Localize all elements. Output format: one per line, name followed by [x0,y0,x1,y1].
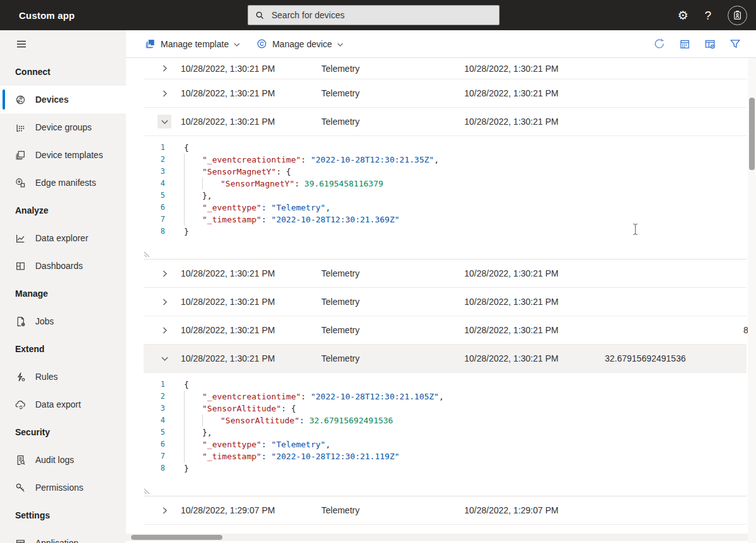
chevron-right-icon[interactable] [158,503,171,517]
line-number: 7 [144,214,165,226]
sidebar-item-permissions[interactable]: Permissions [0,474,126,501]
topbar-actions: ⚙ ? [677,0,747,30]
sidebar-item-label: Dashboards [35,261,83,271]
line-number: 2 [144,154,165,166]
telemetry-row[interactable]: 10/28/2022, 1:30:21 PMTelemetry10/28/202… [144,288,747,316]
sidebar-item-rules[interactable]: Rules [0,363,126,391]
telemetry-row[interactable]: 10/28/2022, 1:30:21 PMTelemetry10/28/202… [144,345,747,373]
column-options-icon[interactable] [704,38,716,50]
timestamp-cell: 10/28/2022, 1:30:21 PM [181,325,275,335]
filter-icon[interactable] [730,38,741,50]
calendar-icon[interactable] [679,38,690,50]
sidebar-item-edge-manifests[interactable]: Edge manifests [0,169,126,197]
vertical-scrollbar[interactable] [748,58,756,543]
sidebar-item-label: Data export [35,399,81,409]
event-type-cell: Telemetry [321,505,360,515]
code-text: "_eventcreationtime": "2022-10-28T12:30:… [184,154,439,166]
sidebar-item-label: Application [35,538,79,543]
chevron-right-icon[interactable] [158,86,171,100]
nav-section-header-connect: Connect [0,58,126,86]
timestamp-cell: 10/28/2022, 1:30:21 PM [181,353,275,363]
line-number: 7 [144,450,165,462]
resize-grip-icon[interactable] [144,251,150,258]
toolbar-left: Manage template Manage device [145,38,343,49]
chevron-right-icon[interactable] [158,266,171,280]
event-type-cell: Telemetry [321,64,360,74]
telemetry-row[interactable]: 10/28/2022, 1:30:21 PMTelemetry10/28/202… [144,79,747,108]
chevron-right-icon[interactable] [158,295,171,309]
telemetry-row[interactable]: 10/28/2022, 1:29:07 PMTelemetry10/28/202… [144,496,747,525]
vertical-scrollbar-thumb[interactable] [749,98,755,170]
sidebar-item-label: Edge manifests [35,178,96,188]
event-type-cell: Telemetry [321,325,360,335]
chevron-right-icon[interactable] [158,62,171,76]
grid-rows: 10/28/2022, 1:30:21 PMTelemetry10/28/202… [144,58,747,525]
device-groups-icon [15,122,26,133]
json-code-block[interactable]: 1{2"_eventcreationtime": "2022-10-28T12:… [144,373,747,496]
manage-template-button[interactable]: Manage template [145,38,240,49]
sidebar-item-label: Audit logs [35,455,74,465]
nav-section-header-security: Security [0,418,126,446]
manage-template-label: Manage template [161,39,229,49]
chevron-down-icon[interactable] [158,115,171,129]
code-line: 6"_eventtype": "Telemetry", [144,202,747,214]
search-box[interactable] [248,5,500,25]
code-text: "SensorAltitude": 32.67915692491536 [184,414,393,426]
code-line: 3"SensorMagnetY": { [144,166,747,178]
sidebar-item-application[interactable]: Application [0,529,126,543]
hamburger-menu-icon[interactable] [0,30,126,58]
jobs-icon [15,316,26,327]
timestamp2-cell: 10/28/2022, 1:30:21 PM [464,353,558,363]
devices-icon [15,94,26,105]
chevron-down-icon[interactable] [158,352,171,365]
rules-icon [15,372,26,382]
horizontal-scrollbar-thumb[interactable] [131,535,222,540]
manage-device-button[interactable]: Manage device [256,38,343,49]
sidebar-item-data-explorer[interactable]: Data explorer [0,224,126,252]
id-badge-icon [732,10,743,21]
code-text: "_eventcreationtime": "2022-10-28T12:30:… [184,391,444,403]
timestamp2-cell: 10/28/2022, 1:30:21 PM [464,268,558,278]
code-text: "_eventtype": "Telemetry", [184,438,331,450]
sidebar-item-dashboards[interactable]: Dashboards [0,252,126,280]
help-icon[interactable]: ? [704,9,711,21]
refresh-icon[interactable] [653,38,665,50]
avatar[interactable] [728,6,747,25]
event-type-cell: Telemetry [321,117,360,127]
code-line: 1{ [144,142,747,154]
gear-icon[interactable]: ⚙ [677,9,688,21]
timestamp-cell: 10/28/2022, 1:30:21 PM [181,64,275,74]
timestamp2-cell: 10/28/2022, 1:30:21 PM [464,64,558,74]
code-line: 7"_timestamp": "2022-10-28T12:30:21.369Z… [144,214,747,226]
event-type-cell: Telemetry [321,353,360,363]
line-number: 6 [144,438,165,450]
telemetry-row[interactable]: 10/28/2022, 1:30:21 PMTelemetry10/28/202… [144,260,747,288]
sidebar-item-devices[interactable]: Devices [0,86,126,113]
telemetry-row[interactable]: 10/28/2022, 1:30:21 PMTelemetry10/28/202… [144,58,747,79]
top-bar: Custom app ⚙ ? [0,0,756,30]
toolbar: Manage template Manage device [126,30,756,58]
sidebar-item-device-templates[interactable]: Device templates [0,141,126,169]
sidebar-item-jobs[interactable]: Jobs [0,307,126,335]
timestamp-cell: 10/28/2022, 1:30:21 PM [181,117,275,127]
sidebar-item-audit-logs[interactable]: Audit logs [0,446,126,474]
resize-grip-icon[interactable] [144,488,150,494]
chevron-right-icon[interactable] [158,323,171,337]
line-number: 1 [144,142,165,154]
search-input[interactable] [270,9,492,21]
edge-manifests-icon [15,178,26,188]
sidebar-item-label: Devices [35,94,69,105]
horizontal-scrollbar[interactable] [126,534,748,541]
telemetry-row[interactable]: 10/28/2022, 1:30:21 PMTelemetry10/28/202… [144,316,747,345]
code-line: 2"_eventcreationtime": "2022-10-28T12:30… [144,391,747,403]
audit-logs-icon [15,455,26,466]
sidebar-nav: ConnectDevicesDevice groupsDevice templa… [0,58,126,543]
timestamp2-cell: 10/28/2022, 1:30:21 PM [464,325,558,335]
json-code-block[interactable]: 1{2"_eventcreationtime": "2022-10-28T12:… [144,136,747,260]
sidebar-item-device-groups[interactable]: Device groups [0,113,126,141]
code-line: 7"_timestamp": "2022-10-28T12:30:21.119Z… [144,450,747,462]
telemetry-row[interactable]: 10/28/2022, 1:30:21 PMTelemetry10/28/202… [144,108,747,136]
code-line: 8} [144,226,747,237]
sidebar-item-data-export[interactable]: Data export [0,391,126,418]
sidebar-item-label: Device groups [35,122,92,132]
